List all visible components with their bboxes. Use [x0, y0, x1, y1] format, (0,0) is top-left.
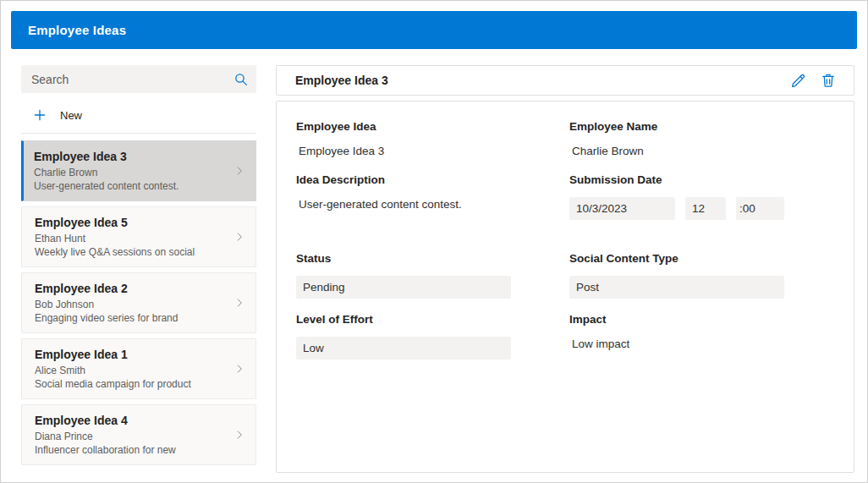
search-input[interactable] — [21, 73, 226, 86]
list-item-name: Alice Smith — [35, 364, 230, 377]
detail-panel: Employee Idea 3 — [276, 65, 854, 473]
field-employee-name: Employee Name Charlie Brown — [569, 120, 823, 159]
list-item-summary: Weekly live Q&A sessions on social — [35, 245, 230, 259]
list-item-title: Employee Idea 2 — [35, 282, 230, 295]
field-idea-description: Idea Description User-generated content … — [296, 173, 550, 220]
form-row: Idea Description User-generated content … — [296, 173, 834, 220]
field-value: User-generated content contest. — [296, 197, 550, 212]
field-label: Social Content Type — [569, 252, 823, 265]
status-input[interactable]: Pending — [296, 276, 511, 299]
hour-input[interactable]: 12 — [685, 197, 726, 220]
field-social-content-type: Social Content Type Post — [569, 252, 823, 299]
minute-input[interactable]: :00 — [736, 197, 784, 220]
list-item[interactable]: Employee Idea 5 Ethan Hunt Weekly live Q… — [21, 206, 256, 267]
field-value: Charlie Brown — [569, 144, 823, 159]
new-item-label: New — [60, 109, 82, 122]
app-header-bar: Employee Ideas — [11, 11, 857, 49]
plus-icon — [32, 107, 47, 123]
field-label: Submission Date — [569, 173, 823, 186]
chevron-right-icon — [230, 363, 249, 375]
field-submission-date: Submission Date 10/3/2023 12 :00 — [569, 173, 823, 220]
list-item-name: Bob Johnson — [35, 298, 230, 311]
form-row: Employee Idea Employee Idea 3 Employee N… — [296, 120, 834, 159]
trash-icon[interactable] — [816, 69, 840, 92]
list-item-summary: User-generated content contest. — [34, 179, 230, 193]
date-input[interactable]: 10/3/2023 — [569, 197, 675, 220]
field-impact: Impact Low impact — [569, 313, 823, 360]
field-label: Status — [296, 252, 550, 265]
field-level-of-effort: Level of Effort Low — [296, 313, 550, 360]
list-item-summary: Engaging video series for brand — [35, 311, 230, 325]
form-row: Status Pending Social Content Type Post — [296, 252, 834, 299]
field-label: Level of Effort — [296, 313, 550, 326]
form-row: Level of Effort Low Impact Low impact — [296, 313, 834, 360]
field-value: Low impact — [569, 337, 823, 352]
list-item[interactable]: Employee Idea 4 Diana Prince Influencer … — [21, 404, 256, 465]
sidebar: New Employee Idea 3 Charlie Brown User-g… — [21, 65, 256, 465]
field-status: Status Pending — [296, 252, 550, 299]
list-item-summary: Influencer collaboration for new — [35, 443, 230, 457]
list-item[interactable]: Employee Idea 3 Charlie Brown User-gener… — [21, 140, 256, 201]
detail-header: Employee Idea 3 — [276, 65, 854, 96]
detail-title: Employee Idea 3 — [295, 74, 786, 87]
field-label: Employee Name — [569, 120, 823, 133]
level-of-effort-input[interactable]: Low — [296, 337, 511, 360]
field-value: Employee Idea 3 — [296, 144, 550, 159]
edit-pencil-icon[interactable] — [786, 69, 810, 92]
field-employee-idea: Employee Idea Employee Idea 3 — [296, 120, 550, 159]
list-item-summary: Social media campaign for product — [35, 377, 230, 391]
field-label: Employee Idea — [296, 120, 550, 133]
chevron-right-icon — [230, 429, 249, 441]
field-label: Impact — [569, 313, 823, 326]
content-layout: New Employee Idea 3 Charlie Brown User-g… — [1, 49, 867, 473]
list-item-name: Charlie Brown — [34, 166, 230, 179]
list-item-title: Employee Idea 3 — [34, 150, 230, 163]
list-item-title: Employee Idea 1 — [35, 348, 230, 361]
list-item-title: Employee Idea 4 — [35, 414, 230, 427]
new-item-button[interactable]: New — [21, 97, 256, 134]
field-label: Idea Description — [296, 173, 550, 186]
search-box — [21, 65, 256, 93]
app-window: Employee Ideas New — [0, 0, 868, 483]
chevron-right-icon — [230, 165, 249, 177]
detail-form: Employee Idea Employee Idea 3 Employee N… — [276, 101, 854, 473]
list-item-title: Employee Idea 5 — [35, 216, 230, 229]
chevron-right-icon — [230, 297, 249, 309]
search-icon[interactable] — [226, 65, 256, 93]
idea-list: Employee Idea 3 Charlie Brown User-gener… — [21, 140, 256, 465]
social-content-type-input[interactable]: Post — [569, 276, 784, 299]
list-item-name: Diana Prince — [35, 430, 230, 443]
list-item[interactable]: Employee Idea 1 Alice Smith Social media… — [21, 338, 256, 399]
app-title: Employee Ideas — [28, 23, 126, 37]
chevron-right-icon — [230, 231, 249, 243]
list-item[interactable]: Employee Idea 2 Bob Johnson Engaging vid… — [21, 272, 256, 333]
list-item-name: Ethan Hunt — [35, 232, 230, 245]
